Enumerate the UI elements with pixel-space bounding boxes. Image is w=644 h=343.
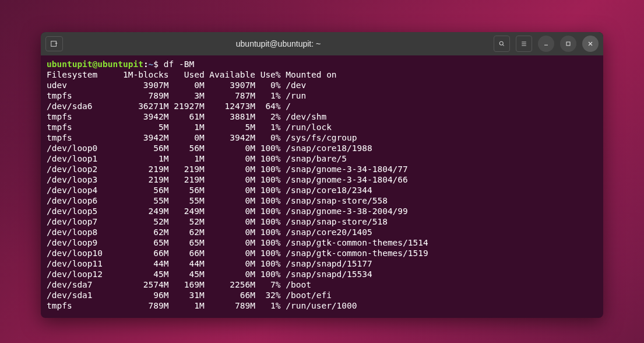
svg-rect-9	[566, 42, 570, 46]
prompt-symbol: $	[153, 60, 159, 69]
minimize-button[interactable]	[538, 36, 554, 52]
svg-rect-0	[51, 41, 57, 47]
window-title: ubuntupit@ubuntupit: ~	[68, 39, 489, 48]
close-icon	[587, 40, 594, 47]
minimize-icon	[543, 40, 550, 47]
command-text: df -BM	[164, 60, 194, 69]
search-button[interactable]	[494, 36, 510, 52]
maximize-button[interactable]	[560, 36, 576, 52]
new-tab-button[interactable]	[45, 36, 63, 51]
titlebar[interactable]: ubuntupit@ubuntupit: ~	[41, 32, 603, 55]
svg-line-4	[503, 45, 504, 46]
terminal-window: ubuntupit@ubuntupit: ~ ubuntupit@ubuntup…	[41, 32, 603, 318]
maximize-icon	[565, 40, 572, 47]
window-controls	[494, 36, 599, 52]
hamburger-icon	[520, 40, 527, 47]
svg-point-3	[499, 41, 503, 45]
prompt-user-host: ubuntupit@ubuntupit	[47, 60, 143, 69]
prompt-colon: :	[143, 60, 149, 69]
close-button[interactable]	[582, 36, 599, 52]
df-output: Filesystem 1M-blocks Used Available Use%…	[47, 70, 428, 310]
terminal-body[interactable]: ubuntupit@ubuntupit:~$ df -BM Filesystem…	[41, 55, 603, 318]
new-tab-icon	[50, 40, 58, 48]
menu-button[interactable]	[516, 36, 532, 52]
search-icon	[498, 40, 505, 47]
